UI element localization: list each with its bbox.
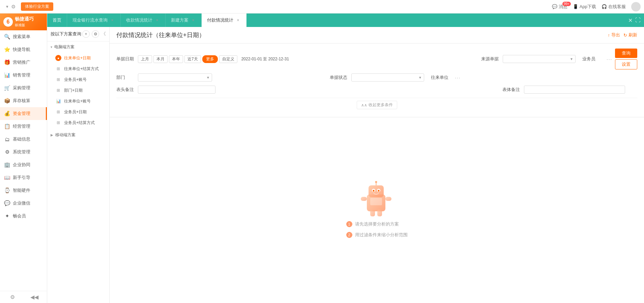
sidebar-item-member-label: 畅会员 xyxy=(13,213,26,219)
collapse-icon: ∧∧ xyxy=(361,103,367,108)
sidebar-item-purchase[interactable]: 🛒 采购管理 xyxy=(0,82,47,94)
scheme-item-partner-settlement[interactable]: ⊞ 往来单位+结算方式 xyxy=(47,63,109,74)
sidebar-item-stock[interactable]: 📦 库存核算 xyxy=(0,94,47,107)
source-filter-select[interactable]: ▾ xyxy=(503,55,576,63)
page-header-actions: ↑ 导出 ↻ 刷新 xyxy=(608,32,638,38)
collapse-bar: ∧∧ 收起更多条件 xyxy=(116,98,637,112)
settings-icon[interactable]: ⚙ xyxy=(11,4,16,10)
tab-receipt-stats[interactable]: 收款情况统计 × xyxy=(121,13,166,27)
svg-point-5 xyxy=(378,190,379,191)
scheme-group-mobile: ▶ 移动端方案 xyxy=(47,129,109,141)
scheme-settings-button[interactable]: ⚙ xyxy=(92,30,99,38)
sidebar-item-system[interactable]: ⚙ 系统管理 xyxy=(0,146,47,158)
voucher-status-select[interactable]: ▾ xyxy=(351,73,424,82)
export-button[interactable]: ↑ 导出 xyxy=(608,32,620,38)
header-note-input[interactable] xyxy=(138,86,215,94)
tab-cash-flow[interactable]: 现金银行流水查询 × xyxy=(67,13,121,27)
wechat-icon: 💬 xyxy=(4,200,10,206)
filter-area: 单据日期 上月 本月 本年 近7天 更多 自定义 2022-01-01 至 20… xyxy=(110,43,644,117)
scheme-panel-collapse-button[interactable]: 《 xyxy=(101,31,106,37)
filter-row-2: 部门 ▾ 单据状态 ▾ xyxy=(116,73,637,82)
sidebar-item-sales-label: 销售管理 xyxy=(13,72,30,78)
sidebar-item-search[interactable]: 🔍 搜索菜单 xyxy=(0,30,47,43)
close-all-tabs-icon[interactable]: ✕ xyxy=(628,17,633,24)
sidebar-item-marketing[interactable]: 🎁 营销推广 xyxy=(0,56,47,69)
sidebar-item-quick-nav[interactable]: ⭐ 快捷导航 xyxy=(0,43,47,56)
star-icon: ⭐ xyxy=(4,47,10,53)
date-btn-this-month[interactable]: 本月 xyxy=(153,55,168,63)
svg-rect-11 xyxy=(377,210,382,216)
company-chevron-icon[interactable]: ▾ xyxy=(6,4,8,9)
scheme-item-salesperson-account[interactable]: ⊞ 业务员+账号 xyxy=(47,74,109,85)
scheme-panel: 按以下方案查询 + ⚙ 《 ▾ 电脑端方案 ● xyxy=(47,27,110,303)
sidebar-item-enterprise[interactable]: 🏢 企业协同 xyxy=(0,158,47,171)
settings-button[interactable]: 设置 xyxy=(615,59,637,69)
export-icon: ↑ xyxy=(608,33,610,38)
sidebar-item-hardware[interactable]: ⌚ 智能硬件 xyxy=(0,184,47,197)
tip-num-2: 2 xyxy=(346,232,352,238)
sidebar-item-quick-nav-label: 快捷导航 xyxy=(13,47,30,53)
svg-rect-9 xyxy=(385,197,391,201)
scheme-item-dept-date[interactable]: ⊞ 部门+日期 xyxy=(47,85,109,96)
messages-button[interactable]: 💬 消息 99+ xyxy=(552,4,567,10)
app-download-button[interactable]: 📱 App下载 xyxy=(573,4,596,10)
date-btn-custom[interactable]: 自定义 xyxy=(219,55,237,63)
tab-home[interactable]: 首页 xyxy=(47,13,67,27)
home-tab-label: 首页 xyxy=(53,17,61,23)
sidebar-item-wechat[interactable]: 💬 企业微信 xyxy=(0,197,47,210)
trial-button[interactable]: 体验行业方案 xyxy=(21,2,53,11)
scheme-table-icon-5: ⊞ xyxy=(55,120,61,126)
sidebar-item-operation[interactable]: 📋 经营管理 xyxy=(0,120,47,133)
empty-tips: 1 请先选择要分析的方案 2 用过滤条件来缩小分析范围 xyxy=(346,220,408,241)
online-service-button[interactable]: 🎧 在线客服 xyxy=(602,4,626,10)
tab-new-scheme[interactable]: 新建方案 × xyxy=(166,13,202,27)
payment-stats-tab-close[interactable]: × xyxy=(235,18,241,23)
main: 首页 现金银行流水查询 × 收款情况统计 × 新建方案 × 付款情况统计 × ✕… xyxy=(47,13,644,303)
avatar[interactable] xyxy=(631,2,641,11)
sidebar-item-member[interactable]: ✦ 畅会员 xyxy=(0,210,47,222)
scheme-item-salesperson-date[interactable]: ⊞ 业务员+日期 xyxy=(47,107,109,117)
date-btn-this-year[interactable]: 本年 xyxy=(169,55,183,63)
online-service-label: 在线客服 xyxy=(608,4,626,10)
sidebar-item-sales[interactable]: 📊 销售管理 xyxy=(0,69,47,82)
stock-icon: 📦 xyxy=(4,98,10,104)
sidebar-item-enterprise-label: 企业协同 xyxy=(13,162,30,168)
sidebar-settings-button[interactable]: ⚙ xyxy=(3,294,22,300)
scheme-group-desktop-header[interactable]: ▾ 电脑端方案 xyxy=(47,41,109,53)
tab-payment-stats[interactable]: 付款情况统计 × xyxy=(202,13,246,27)
scheme-item-salesperson-settlement[interactable]: ⊞ 业务员+结算方式 xyxy=(47,117,109,128)
sidebar-item-stock-label: 库存核算 xyxy=(13,98,30,104)
page-header: 付款情况统计（往来单位+日期） ↑ 导出 ↻ 刷新 xyxy=(110,27,644,43)
sidebar-item-finance[interactable]: 💰 资金管理 xyxy=(0,107,47,120)
body-note-input[interactable] xyxy=(524,86,625,94)
desktop-group-label: 电脑端方案 xyxy=(54,44,75,50)
date-btn-last-7-days[interactable]: 近7天 xyxy=(184,55,201,63)
sidebar-item-guide[interactable]: 📖 新手引导 xyxy=(0,171,47,184)
top-bar-right: 💬 消息 99+ 📱 App下载 🎧 在线客服 xyxy=(552,2,641,11)
sidebar-item-basic[interactable]: 🗂 基础信息 xyxy=(0,133,47,146)
scheme-group-mobile-header[interactable]: ▶ 移动端方案 xyxy=(47,129,109,141)
sidebar-item-basic-label: 基础信息 xyxy=(13,136,30,142)
date-btn-last-month[interactable]: 上月 xyxy=(138,55,152,63)
scheme-item-partner-account[interactable]: 📊 往来单位+账号 xyxy=(47,96,109,107)
body-note-label: 表体备注 xyxy=(502,87,521,93)
guide-icon: 📖 xyxy=(4,175,10,181)
operation-icon: 📋 xyxy=(4,123,10,129)
receipt-stats-tab-close[interactable]: × xyxy=(154,18,160,23)
sidebar-collapse-button[interactable]: ◀◀ xyxy=(25,294,45,300)
refresh-button[interactable]: ↻ 刷新 xyxy=(623,32,637,38)
new-scheme-tab-label: 新建方案 xyxy=(171,17,188,23)
scheme-item-partner-date[interactable]: ● 往来单位+日期 xyxy=(47,53,109,63)
dept-filter-select[interactable]: ▾ xyxy=(138,73,212,82)
partner-filter-dots[interactable]: ··· xyxy=(455,75,461,80)
add-scheme-button[interactable]: + xyxy=(82,30,90,38)
scheme-active-icon: ● xyxy=(55,55,61,61)
salesperson-filter-dots[interactable]: ··· xyxy=(607,57,612,62)
fullscreen-icon[interactable]: ⛶ xyxy=(635,17,641,23)
date-btn-more[interactable]: 更多 xyxy=(202,55,218,63)
collapse-button[interactable]: ∧∧ 收起更多条件 xyxy=(357,101,397,109)
new-scheme-tab-close[interactable]: × xyxy=(191,18,196,23)
cash-flow-tab-close[interactable]: × xyxy=(110,18,115,23)
query-button[interactable]: 查询 xyxy=(615,49,637,58)
header-note-label: 表头备注 xyxy=(116,87,135,93)
